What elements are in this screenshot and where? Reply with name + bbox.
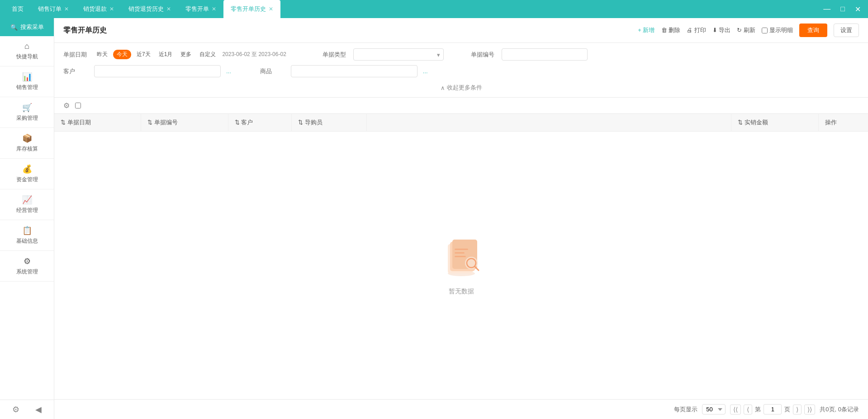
- type-select[interactable]: [353, 48, 444, 61]
- sidebar-item-system[interactable]: ⚙ 系统管理: [0, 251, 54, 282]
- sidebar-search[interactable]: 🔍 搜索采单: [0, 18, 54, 36]
- col-amount[interactable]: ⇅ 实销金额: [731, 114, 819, 132]
- tab-sales-return-close[interactable]: ✕: [109, 6, 114, 12]
- header-actions: + 新增 🗑 删除 🖨 打印 ⬇ 导出 ↻ 刷新 显示明细 查询 设置: [638, 24, 859, 37]
- date-option-custom[interactable]: 自定义: [197, 50, 218, 59]
- col-salesman[interactable]: ⇅ 导购员: [291, 114, 366, 132]
- tab-sales-order-close[interactable]: ✕: [64, 6, 69, 12]
- next-page-btn[interactable]: ⟩: [793, 405, 802, 414]
- window-minimize-btn[interactable]: —: [821, 4, 833, 14]
- window-maximize-btn[interactable]: □: [838, 4, 848, 14]
- col-customer[interactable]: ⇅ 客户: [228, 114, 291, 132]
- sidebar-item-inventory-label: 库存核算: [16, 145, 38, 153]
- window-close-btn[interactable]: ✕: [852, 4, 863, 14]
- total-info: 共0页, 0条记录: [820, 405, 859, 414]
- date-option-7days[interactable]: 近7天: [134, 50, 153, 59]
- display-detail-checkbox[interactable]: [762, 28, 768, 33]
- collapse-row: ∧ 收起更多条件: [63, 82, 859, 92]
- col-salesman-label: ⇅ 导购员: [298, 119, 323, 126]
- tab-sales-order-label: 销售订单: [38, 5, 62, 13]
- operations-icon: 📈: [22, 195, 32, 205]
- sidebar-item-system-label: 系统管理: [16, 268, 38, 276]
- tab-retail-open[interactable]: 零售开单 ✕: [178, 0, 223, 18]
- type-filter-label: 单据类型: [323, 51, 350, 59]
- empty-text: 暂无数据: [449, 287, 474, 296]
- date-option-yesterday[interactable]: 昨天: [94, 50, 110, 59]
- delete-button[interactable]: 🗑 删除: [661, 26, 681, 34]
- sidebar-item-operations[interactable]: 📈 经营管理: [0, 189, 54, 220]
- collapse-arrow-icon: ∧: [441, 85, 445, 91]
- sidebar-item-purchase-mgmt[interactable]: 🛒 采购管理: [0, 97, 54, 128]
- empty-state: 暂无数据: [54, 132, 868, 399]
- svg-rect-6: [455, 256, 466, 257]
- page-label-pre: 第: [755, 405, 761, 414]
- date-option-today[interactable]: 今天: [113, 50, 131, 59]
- filter-row-2: 客户 ... 商品 ...: [63, 65, 859, 77]
- tab-sales-return-history[interactable]: 销货退货历史 ✕: [121, 0, 178, 18]
- customer-input[interactable]: [94, 65, 221, 77]
- goods-input[interactable]: [291, 65, 417, 77]
- display-detail-button[interactable]: 显示明细: [762, 26, 793, 34]
- table-gear-btn[interactable]: ⚙: [63, 101, 70, 110]
- refresh-button[interactable]: ↻ 刷新: [737, 26, 755, 34]
- sidebar-item-sales-label: 销售管理: [16, 84, 38, 91]
- sidebar-item-base-info[interactable]: 📋 基础信息: [0, 220, 54, 251]
- date-filter-label: 单据日期: [63, 51, 90, 59]
- tab-retail-open-history[interactable]: 零售开单历史 ✕: [223, 0, 280, 18]
- type-filter-group: 单据类型: [323, 48, 444, 61]
- export-button[interactable]: ⬇ 导出: [712, 26, 731, 34]
- data-table: ⇅ 单据日期 ⇅ 单据编号 ⇅ 客户 ⇅ 导购员 ⇅: [54, 114, 868, 132]
- per-page-label: 每页显示: [674, 405, 697, 414]
- per-page-select[interactable]: 10 20 50 100: [702, 404, 726, 414]
- page-number-input[interactable]: [764, 404, 782, 414]
- sidebar-collapse-btn[interactable]: ◀: [35, 405, 42, 414]
- tab-sales-order[interactable]: 销售订单 ✕: [31, 0, 76, 18]
- last-page-btn[interactable]: ⟩⟩: [804, 405, 815, 414]
- tab-sales-return[interactable]: 销货退款 ✕: [76, 0, 121, 18]
- goods-label: 商品: [260, 67, 287, 75]
- home-icon: ⌂: [24, 42, 29, 51]
- sidebar: 🔍 搜索采单 ⌂ 快捷导航 📊 销售管理 🛒 采购管理 📦 库存核算 💰 资金管…: [0, 18, 54, 419]
- col-date[interactable]: ⇅ 单据日期: [54, 114, 141, 132]
- inventory-icon: 📦: [22, 133, 32, 143]
- sidebar-item-sales-mgmt[interactable]: 📊 销售管理: [0, 66, 54, 97]
- col-number[interactable]: ⇅ 单据编号: [141, 114, 228, 132]
- top-tabbar: 首页 销售订单 ✕ 销货退款 ✕ 销货退货历史 ✕ 零售开单 ✕ 零售开单历史 …: [0, 0, 868, 18]
- order-no-label: 单据编号: [471, 51, 498, 59]
- date-filter-group: 单据日期 昨天 今天 近7天 近1月 更多 自定义 2023-06-02 至 2…: [63, 50, 286, 59]
- sidebar-item-quick-nav[interactable]: ⌂ 快捷导航: [0, 36, 54, 66]
- sidebar-item-finance[interactable]: 💰 资金管理: [0, 159, 54, 189]
- main-layout: 🔍 搜索采单 ⌂ 快捷导航 📊 销售管理 🛒 采购管理 📦 库存核算 💰 资金管…: [0, 18, 868, 419]
- order-no-input[interactable]: [502, 48, 588, 61]
- pagination: 每页显示 10 20 50 100 ⟨⟨ ⟨ 第 页 ⟩ ⟩⟩ 共0页, 0条记…: [54, 399, 868, 419]
- print-button[interactable]: 🖨 打印: [687, 26, 706, 34]
- prev-page-btn[interactable]: ⟨: [744, 405, 752, 414]
- sales-icon: 📊: [22, 72, 32, 82]
- tab-retail-open-close[interactable]: ✕: [212, 6, 216, 12]
- date-option-1month[interactable]: 近1月: [156, 50, 175, 59]
- add-button[interactable]: + 新增: [638, 26, 655, 34]
- query-button[interactable]: 查询: [799, 24, 827, 37]
- svg-rect-5: [455, 252, 465, 254]
- col-amount-label: ⇅ 实销金额: [738, 119, 768, 126]
- col-customer-label: ⇅ 客户: [235, 119, 253, 126]
- page-nav: ⟨⟨ ⟨ 第 页 ⟩ ⟩⟩: [730, 404, 815, 414]
- tab-home[interactable]: 首页: [5, 0, 31, 18]
- customer-ellipsis-btn[interactable]: ...: [224, 68, 233, 75]
- customer-label: 客户: [63, 67, 90, 75]
- col-empty: [367, 114, 731, 132]
- customer-filter-group: 客户 ...: [63, 65, 233, 77]
- tab-retail-open-history-close[interactable]: ✕: [269, 6, 273, 12]
- system-icon: ⚙: [24, 256, 31, 266]
- setting-button[interactable]: 设置: [834, 24, 859, 37]
- sidebar-item-inventory[interactable]: 📦 库存核算: [0, 128, 54, 159]
- collapse-button[interactable]: ∧ 收起更多条件: [441, 84, 482, 92]
- table-toolbar: ⚙: [54, 98, 868, 114]
- sidebar-settings-btn[interactable]: ⚙: [12, 405, 19, 414]
- goods-ellipsis-btn[interactable]: ...: [421, 68, 430, 75]
- first-page-btn[interactable]: ⟨⟨: [730, 405, 741, 414]
- select-all-checkbox[interactable]: [75, 103, 81, 108]
- tab-sales-return-history-close[interactable]: ✕: [166, 6, 171, 12]
- date-option-more[interactable]: 更多: [178, 50, 194, 59]
- page-title: 零售开单历史: [63, 26, 107, 35]
